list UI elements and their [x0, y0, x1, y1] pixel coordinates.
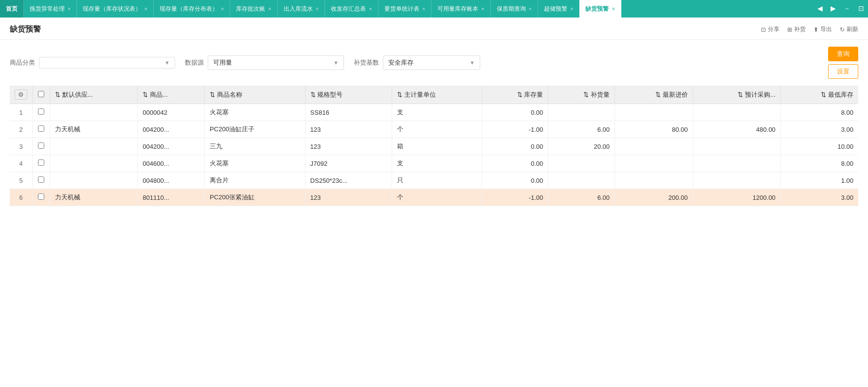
tab-t9[interactable]: 保质期查询× — [491, 0, 538, 18]
tab-t6[interactable]: 收发存汇总表× — [325, 0, 378, 18]
tab-t4[interactable]: 库存批次账× — [230, 0, 277, 18]
tab-t2[interactable]: 现存量（库存状况表）× — [77, 0, 153, 18]
tab-nav-arrows: ◀ ▶ － ⊡ — [814, 4, 868, 13]
tab-t10[interactable]: 超储预警× — [538, 0, 579, 18]
refresh-button[interactable]: ↻ 刷新 — [840, 25, 858, 34]
table-row: 5 004800... 离合片 DS250*23c... 只 0.00 1.00 — [10, 172, 858, 189]
row-num-6: 6 — [10, 189, 33, 206]
row-product-code-1: 0000042 — [138, 104, 205, 121]
tab-close-t10[interactable]: × — [570, 6, 573, 12]
table-header: ⚙ ⇅ 默认供应... ⇅ 商品... ⇅ 商品 — [10, 86, 858, 104]
share-button[interactable]: ⊡ 分享 — [761, 25, 779, 34]
row-unit-4: 支 — [392, 155, 482, 172]
row-checkbox-3[interactable] — [38, 142, 44, 149]
row-min-stock-4: 8.00 — [780, 155, 858, 172]
table-row: 6 力天机械 801110... PC200张紧油缸 123 个 -1.00 6… — [10, 189, 858, 206]
header-actions: ⊡ 分享 ⊞ 补货 ⬆ 导出 ↻ 刷新 — [761, 25, 858, 34]
table-row: 3 004200... 三九 123 箱 0.00 20.00 10.00 — [10, 138, 858, 155]
row-min-stock-2: 3.00 — [780, 121, 858, 138]
row-check-5 — [33, 172, 50, 189]
row-unit-5: 只 — [392, 172, 482, 189]
row-unit-2: 个 — [392, 121, 482, 138]
tab-close-t7[interactable]: × — [422, 6, 425, 12]
settings-button[interactable]: 设置 — [828, 64, 858, 79]
tab-close-t1[interactable]: × — [68, 6, 71, 12]
query-button[interactable]: 查询 — [828, 47, 858, 61]
datasource-select[interactable]: 可用量 ▼ — [208, 55, 344, 70]
tab-close-t11[interactable]: × — [612, 6, 615, 12]
row-spec-5: DS250*23c... — [305, 172, 392, 189]
category-select[interactable]: ▼ — [39, 57, 175, 69]
col-product-name: ⇅ 商品名称 — [205, 86, 306, 104]
replenish-base-dropdown-arrow: ▼ — [470, 60, 475, 66]
datasource-filter-group: 数据源 可用量 ▼ — [185, 55, 344, 70]
page-title: 缺货预警 — [10, 24, 761, 35]
filter-bar: 商品分类 ▼ 数据源 可用量 ▼ 补货基数 安全库存 ▼ 查询 设置 — [0, 40, 868, 86]
row-product-code-2: 004200... — [138, 121, 205, 138]
row-spec-2: 123 — [305, 121, 392, 138]
filter-right-actions: 查询 设置 — [828, 47, 858, 79]
row-latest-price-5 — [615, 172, 693, 189]
col-supplier: ⇅ 默认供应... — [50, 86, 138, 104]
datasource-label: 数据源 — [185, 58, 204, 67]
row-replenish-4 — [548, 155, 615, 172]
replenish-base-filter-group: 补货基数 安全库存 ▼ — [354, 55, 480, 70]
category-filter-group: 商品分类 ▼ — [10, 57, 175, 69]
row-product-code-3: 004200... — [138, 138, 205, 155]
row-product-name-5: 离合片 — [205, 172, 306, 189]
row-latest-price-2: 80.00 — [615, 121, 693, 138]
row-checkbox-5[interactable] — [38, 176, 44, 183]
tab-t11[interactable]: 缺货预警× — [579, 0, 621, 18]
row-estimated-purchase-2: 480.00 — [693, 121, 780, 138]
row-supplier-4 — [50, 155, 138, 172]
refresh-icon: ↻ — [840, 26, 845, 33]
row-unit-1: 支 — [392, 104, 482, 121]
tab-close-t6[interactable]: × — [369, 6, 372, 12]
replenish-icon: ⊞ — [787, 26, 792, 33]
tab-t5[interactable]: 出入库流水× — [278, 0, 325, 18]
tab-close-t3[interactable]: × — [221, 6, 224, 12]
row-checkbox-6[interactable] — [38, 194, 44, 200]
row-checkbox-4[interactable] — [38, 159, 44, 166]
tab-t1[interactable]: 拣货异常处理× — [24, 0, 77, 18]
tab-close-t4[interactable]: × — [268, 6, 271, 12]
tab-t3[interactable]: 现存量（库存分布表）× — [154, 0, 230, 18]
row-stock-1: 0.00 — [482, 104, 548, 121]
window-minimize[interactable]: － — [840, 4, 854, 13]
row-checkbox-2[interactable] — [38, 125, 44, 132]
row-product-name-4: 火花塞 — [205, 155, 306, 172]
row-stock-4: 0.00 — [482, 155, 548, 172]
row-check-2 — [33, 121, 50, 138]
tab-t7[interactable]: 要货单统计表× — [379, 0, 432, 18]
export-button[interactable]: ⬆ 导出 — [814, 25, 832, 34]
row-checkbox-1[interactable] — [38, 108, 44, 115]
row-latest-price-3 — [615, 138, 693, 155]
tab-close-t5[interactable]: × — [316, 6, 319, 12]
datasource-dropdown-arrow: ▼ — [333, 60, 339, 66]
row-num-2: 2 — [10, 121, 33, 138]
window-maximize[interactable]: ⊡ — [854, 4, 868, 13]
column-settings-button[interactable]: ⚙ — [15, 89, 27, 100]
tab-next-arrow[interactable]: ▶ — [827, 4, 840, 13]
row-num-5: 5 — [10, 172, 33, 189]
replenish-button[interactable]: ⊞ 补货 — [787, 25, 806, 34]
tab-home[interactable]: 首页 — [0, 0, 24, 18]
tab-close-t8[interactable]: × — [481, 6, 484, 12]
col-spec: ⇅ 规格型号 — [305, 86, 392, 104]
tab-prev-arrow[interactable]: ◀ — [814, 4, 827, 13]
row-supplier-2: 力天机械 — [50, 121, 138, 138]
row-product-code-4: 004600... — [138, 155, 205, 172]
col-product-code: ⇅ 商品... — [138, 86, 205, 104]
row-supplier-6: 力天机械 — [50, 189, 138, 206]
row-product-code-5: 004800... — [138, 172, 205, 189]
replenish-base-select[interactable]: 安全库存 ▼ — [383, 55, 480, 70]
row-stock-6: -1.00 — [482, 189, 548, 206]
tab-close-t2[interactable]: × — [144, 6, 147, 12]
select-all-checkbox[interactable] — [38, 91, 44, 97]
main-content: 缺货预警 ⊡ 分享 ⊞ 补货 ⬆ 导出 ↻ 刷新 商品分类 — [0, 18, 868, 387]
row-num-4: 4 — [10, 155, 33, 172]
row-product-name-6: PC200张紧油缸 — [205, 189, 306, 206]
row-latest-price-4 — [615, 155, 693, 172]
tab-t8[interactable]: 可用量库存账本× — [432, 0, 490, 18]
tab-close-t9[interactable]: × — [529, 6, 532, 12]
